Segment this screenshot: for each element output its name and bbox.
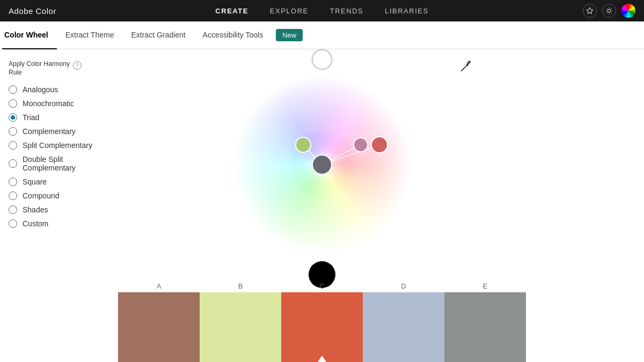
option-label-square: Square: [23, 178, 47, 186]
option-compound[interactable]: Compound: [9, 191, 109, 200]
radio-monochromatic: [9, 99, 17, 108]
nav-libraries[interactable]: LIBRARIES: [385, 7, 428, 15]
harmony-title: Apply Color Harmony: [9, 60, 70, 68]
swatch-d[interactable]: [363, 292, 444, 362]
white-color-indicator[interactable]: [312, 49, 332, 70]
option-triad[interactable]: Triad: [9, 113, 109, 122]
option-label-complementary: Complementary: [23, 127, 76, 136]
tab-accessibility[interactable]: Accessibility Tools: [194, 21, 272, 49]
option-custom[interactable]: Custom: [9, 219, 109, 228]
tab-color-wheel[interactable]: Color Wheel: [2, 21, 57, 49]
swatch-label-e: E: [444, 282, 526, 290]
option-split-complementary[interactable]: Split Complementary: [9, 141, 109, 150]
new-badge[interactable]: New: [276, 29, 303, 41]
swatch-labels-row: A B C D E: [118, 282, 526, 290]
color-wheel-container[interactable]: [233, 76, 411, 253]
tab-extract-theme[interactable]: Extract Theme: [57, 21, 123, 49]
option-label-analogous: Analogous: [23, 85, 58, 94]
nav-links: CREATE EXPLORE TRENDS LIBRARIES: [215, 7, 428, 15]
option-label-triad: Triad: [23, 113, 39, 122]
option-complementary[interactable]: Complementary: [9, 127, 109, 136]
swatch-c[interactable]: [281, 292, 363, 362]
tab-extract-gradient[interactable]: Extract Gradient: [122, 21, 194, 49]
option-label-split-comp: Split Complementary: [23, 141, 92, 150]
swatch-c-indicator: [318, 356, 326, 362]
option-analogous[interactable]: Analogous: [9, 85, 109, 94]
option-label-compound: Compound: [23, 191, 60, 200]
option-square[interactable]: Square: [9, 178, 109, 186]
swatches-row: [118, 292, 526, 362]
svg-point-1: [608, 9, 611, 12]
theme-toggle-icon[interactable]: [602, 4, 616, 18]
color-profile-icon[interactable]: [621, 4, 635, 18]
option-label-custom: Custom: [23, 219, 48, 228]
nav-trends[interactable]: TRENDS: [330, 7, 363, 15]
option-double-split[interactable]: Double Split Complementary: [9, 155, 109, 172]
radio-square: [9, 178, 17, 186]
main-content: Apply Color Harmony Rule ? Analogous Mon…: [0, 49, 644, 362]
radio-inner-triad: [11, 115, 15, 120]
sub-nav: Color Wheel Extract Theme Extract Gradie…: [0, 21, 644, 49]
radio-split-comp: [9, 141, 17, 150]
harmony-options: Analogous Monochromatic Triad Complement…: [9, 85, 109, 228]
option-label-shades: Shades: [23, 205, 48, 214]
radio-shades: [9, 205, 17, 214]
option-shades[interactable]: Shades: [9, 205, 109, 214]
app-logo: Adobe Color: [9, 6, 56, 16]
swatch-label-d: D: [363, 282, 444, 290]
left-panel: Apply Color Harmony Rule ? Analogous Mon…: [0, 49, 118, 362]
radio-custom: [9, 219, 17, 228]
radio-analogous: [9, 85, 17, 94]
harmony-label: Apply Color Harmony Rule ?: [9, 60, 109, 77]
swatch-label-b: B: [200, 282, 281, 290]
top-nav: Adobe Color CREATE EXPLORE TRENDS LIBRAR…: [0, 0, 644, 21]
wheel-area: A B C D E: [118, 49, 526, 362]
svg-marker-0: [587, 8, 593, 13]
swatch-a[interactable]: [118, 292, 200, 362]
harmony-subtitle: Rule: [9, 69, 22, 76]
eyedropper-icon[interactable]: [460, 60, 472, 75]
right-panel: [526, 49, 644, 362]
swatch-e[interactable]: [444, 292, 526, 362]
radio-double-split: [9, 159, 17, 168]
bookmark-icon[interactable]: [583, 4, 597, 18]
option-label-monochromatic: Monochromatic: [23, 99, 74, 108]
nav-create[interactable]: CREATE: [215, 7, 248, 15]
help-icon[interactable]: ?: [73, 61, 82, 70]
swatch-b[interactable]: [200, 292, 281, 362]
swatch-label-c: C: [281, 282, 363, 290]
nav-icons: [583, 4, 635, 18]
option-label-double-split: Double Split Complementary: [23, 155, 109, 172]
radio-triad: [9, 113, 17, 122]
nav-explore[interactable]: EXPLORE: [270, 7, 309, 15]
option-monochromatic[interactable]: Monochromatic: [9, 99, 109, 108]
radio-complementary: [9, 127, 17, 136]
swatches-section: A B C D E: [118, 282, 526, 362]
swatch-label-a: A: [118, 282, 200, 290]
radio-compound: [9, 191, 17, 200]
color-wheel-canvas[interactable]: [233, 76, 411, 253]
